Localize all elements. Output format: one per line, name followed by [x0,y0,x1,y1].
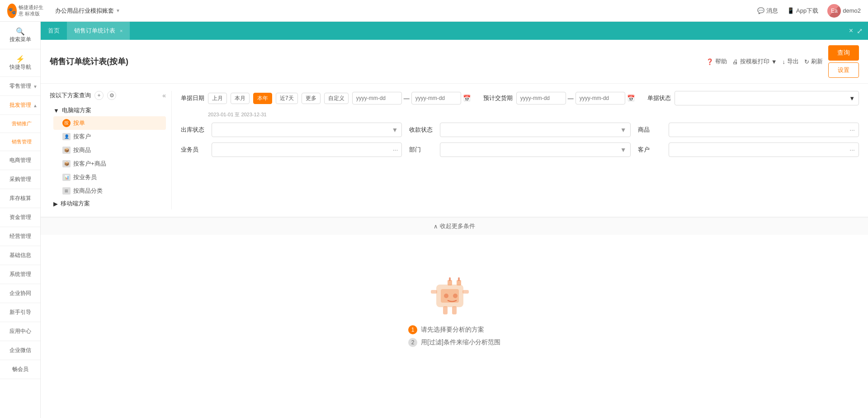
scheme-item-by-category[interactable]: ⊞ 按商品分类 [53,184,166,198]
scheme-item-by-order[interactable]: 按 按单 [53,116,166,130]
tab-close-icon[interactable]: × [120,28,123,33]
date-filter-row: 单据日期 上月 本月 本年 近7天 更多 自定义 — 📅 [181,91,859,105]
app-download-label: App下载 [796,7,818,15]
expected-date-range: — 📅 [516,92,635,104]
main-layout: 🔍 搜索菜单 ⚡ 快捷导航 零售管理 ▼ 批发管理 ▲ 营销推广 销售管理 电商… [0,22,868,418]
sidebar-item-app-center[interactable]: 应用中心 [0,322,40,341]
sidebar-item-wholesale[interactable]: 批发管理 ▲ [0,96,40,115]
filter-cell-customer: 客户 ··· [638,142,859,157]
sidebar-item-purchase[interactable]: 采购管理 [0,170,40,189]
sidebar-item-finance[interactable]: 资金管理 [0,208,40,227]
status-label: 单据状态 [647,94,671,102]
date-end-input[interactable] [411,92,461,104]
expected-date-start-input[interactable] [516,92,566,104]
salesperson-select[interactable]: ··· [212,142,402,157]
tab-expand-icon[interactable]: ⤢ [857,27,863,35]
date-btn-last-7-days[interactable]: 近7天 [276,93,298,104]
filter-cell-payment-status: 收款状态 ▼ [409,123,630,137]
shipment-status-label: 出库状态 [181,126,208,134]
header-right: 💬 消息 📱 App下载 Ea demo2 [757,4,861,18]
scheme-item-by-customer-product[interactable]: 📦 按客户+商品 [53,157,166,171]
logo-text: 畅捷通好生意 标准版 [19,5,48,16]
sidebar-item-system[interactable]: 系统管理 [0,265,40,284]
add-scheme-button[interactable]: + [94,91,104,100]
shipment-status-select[interactable]: ▼ [212,123,402,137]
print-dropdown-icon[interactable]: ▼ [771,58,777,65]
tip-2-text: 用[过滤]条件来缩小分析范围 [421,338,500,347]
scheme-group-mobile[interactable]: ▶ 移动端方案 [53,198,166,209]
customer-select[interactable]: ··· [669,142,859,157]
add-icon: + [97,92,100,99]
sidebar-item-retail[interactable]: 零售管理 ▼ [0,77,40,96]
scheme-settings-button[interactable]: ⚙ [107,91,116,100]
scheme-item-by-product[interactable]: 📦 按商品 [53,143,166,157]
status-select[interactable]: ▼ [675,91,859,105]
product-more-icon: ··· [849,126,855,133]
query-button[interactable]: 查询 [828,45,859,61]
salesperson-more-icon: ··· [393,146,398,153]
sidebar-item-operation[interactable]: 经营管理 [0,227,40,246]
by-category-icon: ⊞ [62,187,71,195]
settings-button[interactable]: 设置 [828,62,859,78]
collapse-more-conditions-button[interactable]: ∧ 收起更多条件 [434,222,475,230]
scheme-item-by-customer[interactable]: 👤 按客户 [53,130,166,143]
product-select[interactable]: ··· [669,123,859,137]
date-btn-this-year[interactable]: 本年 [253,93,272,104]
tab-sales-order[interactable]: 销售订单统计表 × [67,22,130,40]
date-start-input[interactable] [352,92,402,104]
by-order-icon: 按 [62,119,71,127]
sidebar-item-inventory[interactable]: 库存核算 [0,189,40,208]
svg-rect-9 [452,306,457,314]
sidebar-item-ecommerce[interactable]: 电商管理 [0,151,40,170]
customer-label: 客户 [638,146,665,154]
tab-sales-order-label: 销售订单统计表 [74,27,115,35]
app-download-button[interactable]: 📱 App下载 [787,7,818,15]
scheme-collapse-button[interactable]: « [162,92,166,99]
date-range-separator: — [404,95,410,102]
date-btn-last-month[interactable]: 上月 [208,93,227,104]
date-btn-more[interactable]: 更多 [302,93,321,104]
tab-home-label: 首页 [48,27,60,35]
mobile-group-triangle-icon: ▶ [53,200,58,207]
calendar-icon[interactable]: 📅 [463,95,471,102]
tip-1-number: 1 [408,325,417,334]
sidebar-item-new-guide[interactable]: 新手引导 [0,303,40,322]
export-icon: ↓ [783,58,786,65]
empty-tips: 1 请先选择要分析的方案 2 用[过滤]条件来缩小分析范围 [408,325,500,347]
payment-status-label: 收款状态 [409,126,436,134]
date-btn-this-month[interactable]: 本月 [231,93,250,104]
expected-date-end-input[interactable] [576,92,625,104]
sidebar-item-member[interactable]: 畅会员 [0,360,40,379]
filter-area: 按以下方案查询 + ⚙ « ▼ [41,84,868,217]
svg-point-3 [453,294,458,298]
sidebar-item-quick-nav[interactable]: ⚡ 快捷导航 [0,49,40,77]
date-btn-custom[interactable]: 自定义 [324,93,349,104]
tab-close-window-icon[interactable]: × [849,27,853,35]
scheme-item-by-salesperson[interactable]: 📊 按业务员 [53,171,166,184]
sidebar-item-basic[interactable]: 基础信息 [0,246,40,265]
sidebar-item-search[interactable]: 🔍 搜索菜单 [0,22,40,49]
by-customer-product-icon: 📦 [62,160,71,167]
refresh-button[interactable]: ↻ 刷新 [804,57,823,66]
message-button[interactable]: 💬 消息 [757,7,778,15]
sidebar-subitem-marketing[interactable]: 营销推广 [0,115,40,133]
scheme-group-pc[interactable]: ▼ 电脑端方案 [53,104,166,116]
export-button[interactable]: ↓ 导出 [783,57,799,66]
sidebar-item-enterprise[interactable]: 企业协同 [0,284,40,303]
department-select[interactable]: ▼ [440,142,630,157]
tab-home[interactable]: 首页 [41,22,67,40]
sidebar-item-enterprise-wechat[interactable]: 企业微信 [0,341,40,360]
help-button[interactable]: ❓ 帮助 [706,57,727,66]
status-down-icon: ▼ [849,95,855,102]
message-icon: 💬 [757,7,764,14]
sidebar-subitem-sales[interactable]: 销售管理 [0,133,40,151]
company-selector[interactable]: 办公用品行业模拟账套 ▼ [55,7,120,15]
expected-calendar-icon[interactable]: 📅 [627,95,635,102]
payment-status-select[interactable]: ▼ [440,123,630,137]
settings-small-icon: ⚙ [109,92,114,99]
username: demo2 [843,7,861,14]
by-salesperson-icon: 📊 [62,174,71,181]
empty-tip-1: 1 请先选择要分析的方案 [408,325,500,334]
user-menu[interactable]: Ea demo2 [827,4,861,18]
print-button[interactable]: 🖨 按模板打印 ▼ [732,57,777,66]
